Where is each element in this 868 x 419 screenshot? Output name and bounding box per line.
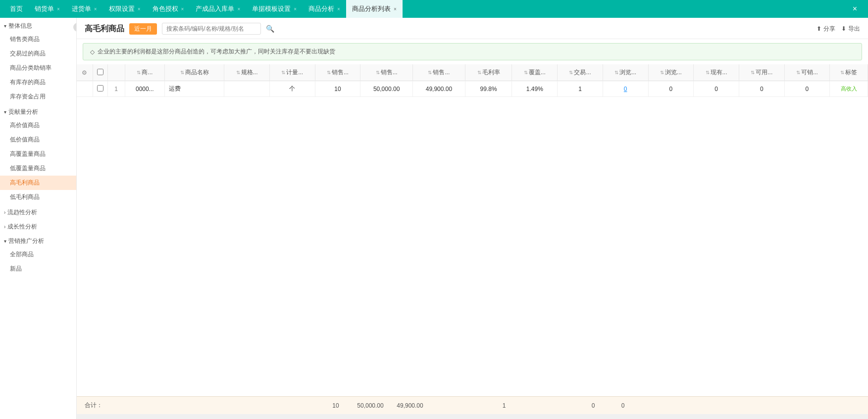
sidebar-item-new-goods[interactable]: 新品 bbox=[0, 262, 76, 276]
row-spec bbox=[224, 81, 270, 97]
nav-product-in[interactable]: 产成品入库单 × bbox=[190, 0, 246, 18]
col-settings[interactable]: ⚙ bbox=[77, 64, 93, 81]
nav-goods-analysis-list-close[interactable]: × bbox=[394, 6, 397, 12]
col-tag-sort-icon: ⇅ bbox=[840, 70, 844, 75]
nav-product-in-close[interactable]: × bbox=[237, 6, 240, 12]
sidebar-item-low-coverage[interactable]: 低覆盖量商品 bbox=[0, 161, 76, 176]
search-button[interactable]: 🔍 bbox=[266, 25, 274, 33]
nav-purchase[interactable]: 进货单 × bbox=[66, 0, 103, 18]
settings-icon[interactable]: ⚙ bbox=[82, 69, 87, 76]
sidebar-group-growth[interactable]: › 成长性分析 bbox=[0, 219, 76, 233]
nav-template-close[interactable]: × bbox=[294, 6, 297, 12]
close-window-button[interactable]: × bbox=[846, 4, 864, 13]
nav-goods-analysis-list[interactable]: 商品分析列表 × bbox=[346, 0, 403, 18]
footer-stock1: 0 bbox=[578, 402, 608, 409]
col-gross-rate[interactable]: ⇅毛利率 bbox=[465, 64, 512, 81]
col-unit[interactable]: ⇅计量... bbox=[269, 64, 315, 81]
col-sales-qty-sort-icon: ⇅ bbox=[327, 70, 331, 75]
share-button[interactable]: ⬆ 分享 bbox=[817, 25, 835, 33]
content-area: 高毛利商品 近一月 🔍 ⬆ 分享 ⬇ 导出 ◇ 企业的主要的利润都是这部分商品创… bbox=[77, 18, 868, 419]
col-browse1-sort-icon: ⇅ bbox=[614, 70, 618, 75]
footer-empty11 bbox=[549, 402, 578, 409]
sidebar-item-category-rate[interactable]: 商品分类助销率 bbox=[0, 61, 76, 75]
export-button[interactable]: ⬇ 导出 bbox=[841, 25, 860, 33]
row-stock1: 0 bbox=[694, 81, 739, 97]
main-layout: « ▾ 整体信息 销售类商品 交易过的商品 商品分类助销率 有库存的商品 库存资… bbox=[0, 18, 868, 419]
col-sales-amt[interactable]: ⇅销售... bbox=[360, 64, 413, 81]
nav-goods-analysis-close[interactable]: × bbox=[337, 6, 340, 12]
row-checkbox[interactable] bbox=[93, 81, 107, 97]
col-num bbox=[107, 64, 125, 81]
col-sort-icon: ⇅ bbox=[137, 70, 141, 75]
sidebar-item-all-goods[interactable]: 全部商品 bbox=[0, 247, 76, 262]
sidebar-item-in-stock[interactable]: 有库存的商品 bbox=[0, 75, 76, 90]
col-browse2[interactable]: ⇅浏览... bbox=[648, 64, 694, 81]
sidebar-group-contribution[interactable]: ▾ 贡献量分析 bbox=[0, 104, 76, 118]
col-name[interactable]: ⇅商品名称 bbox=[165, 64, 224, 81]
col-trade-sort-icon: ⇅ bbox=[569, 70, 573, 75]
col-browse1[interactable]: ⇅浏览... bbox=[603, 64, 648, 81]
row-stock2: 0 bbox=[739, 81, 784, 97]
sidebar-item-stock-capital[interactable]: 库存资金占用 bbox=[0, 90, 76, 104]
row-name[interactable]: 运费 bbox=[165, 81, 224, 97]
col-sales-qty[interactable]: ⇅销售... bbox=[315, 64, 360, 81]
nav-template[interactable]: 单据模板设置 × bbox=[246, 0, 303, 18]
row-settings bbox=[77, 81, 93, 97]
footer-sales-qty: 10 bbox=[321, 402, 351, 409]
nav-purchase-close[interactable]: × bbox=[94, 6, 97, 12]
footer-empty1 bbox=[124, 402, 140, 409]
row-trade: 1 bbox=[558, 81, 603, 97]
sidebar-item-sales-goods[interactable]: 销售类商品 bbox=[0, 32, 76, 47]
horizontal-scrollbar[interactable] bbox=[77, 414, 868, 419]
row-select-checkbox[interactable] bbox=[97, 85, 103, 92]
col-sales-amt2-sort-icon: ⇅ bbox=[428, 70, 432, 75]
footer-empty9 bbox=[460, 402, 489, 409]
row-browse1[interactable]: 0 bbox=[603, 81, 648, 97]
row-num: 1 bbox=[107, 81, 125, 97]
nav-goods-analysis[interactable]: 商品分析 × bbox=[303, 0, 346, 18]
nav-role-close[interactable]: × bbox=[181, 6, 184, 12]
col-sales-amt2[interactable]: ⇅销售... bbox=[413, 64, 465, 81]
footer-cells: 10 50,000.00 49,900.00 1 0 0 bbox=[124, 402, 860, 409]
footer-trade: 1 bbox=[489, 402, 519, 409]
top-nav: 首页 销货单 × 进货单 × 权限设置 × 角色授权 × 产成品入库单 × 单据… bbox=[0, 0, 868, 18]
col-spec[interactable]: ⇅规格... bbox=[224, 64, 270, 81]
col-stock1[interactable]: ⇅现有... bbox=[694, 64, 739, 81]
nav-permission[interactable]: 权限设置 × bbox=[103, 0, 147, 18]
row-sales-amt: 50,000.00 bbox=[360, 81, 413, 97]
sidebar-item-low-margin[interactable]: 低毛利商品 bbox=[0, 190, 76, 204]
col-checkbox[interactable] bbox=[93, 64, 107, 81]
footer-empty6 bbox=[261, 402, 291, 409]
sidebar-group-overall[interactable]: ▾ 整体信息 bbox=[0, 18, 76, 32]
row-gross-rate: 99.8% bbox=[465, 81, 512, 97]
nav-role[interactable]: 角色授权 × bbox=[147, 0, 190, 18]
col-sales-amt-sort-icon: ⇅ bbox=[376, 70, 380, 75]
page-title: 高毛利商品 bbox=[85, 24, 124, 34]
sidebar-group-marketing[interactable]: ▾ 营销推广分析 bbox=[0, 233, 76, 247]
filter-month-button[interactable]: 近一月 bbox=[129, 23, 157, 35]
table-header-row: ⚙ ⇅商... ⇅商品名称 ⇅规格... bbox=[77, 64, 868, 81]
sidebar-item-low-value[interactable]: 低价值商品 bbox=[0, 133, 76, 147]
select-all-checkbox[interactable] bbox=[97, 69, 103, 75]
sidebar-item-high-coverage[interactable]: 高覆盖量商品 bbox=[0, 147, 76, 161]
sidebar-item-high-value[interactable]: 高价值商品 bbox=[0, 118, 76, 133]
search-input[interactable] bbox=[162, 23, 261, 35]
row-stock3: 0 bbox=[784, 81, 830, 97]
nav-permission-close[interactable]: × bbox=[138, 6, 141, 12]
col-code[interactable]: ⇅商... bbox=[125, 64, 165, 81]
sidebar-group-trend[interactable]: › 流趋性分析 bbox=[0, 204, 76, 219]
export-icon: ⬇ bbox=[841, 25, 846, 32]
table-wrapper[interactable]: ⚙ ⇅商... ⇅商品名称 ⇅规格... bbox=[77, 64, 868, 396]
sidebar-item-traded-goods[interactable]: 交易过的商品 bbox=[0, 47, 76, 61]
sidebar-item-high-margin[interactable]: 高毛利商品 bbox=[0, 176, 76, 190]
col-tag[interactable]: ⇅标签 bbox=[830, 64, 868, 81]
nav-sales[interactable]: 销货单 × bbox=[29, 0, 66, 18]
col-stock1-sort-icon: ⇅ bbox=[706, 70, 710, 75]
footer-sales-amt: 50,000.00 bbox=[351, 402, 390, 409]
col-trade[interactable]: ⇅交易... bbox=[558, 64, 603, 81]
col-stock2[interactable]: ⇅可用... bbox=[739, 64, 784, 81]
col-coverage[interactable]: ⇅覆盖... bbox=[512, 64, 558, 81]
col-stock3[interactable]: ⇅可销... bbox=[784, 64, 830, 81]
nav-home[interactable]: 首页 bbox=[4, 0, 29, 18]
nav-sales-close[interactable]: × bbox=[57, 6, 60, 12]
